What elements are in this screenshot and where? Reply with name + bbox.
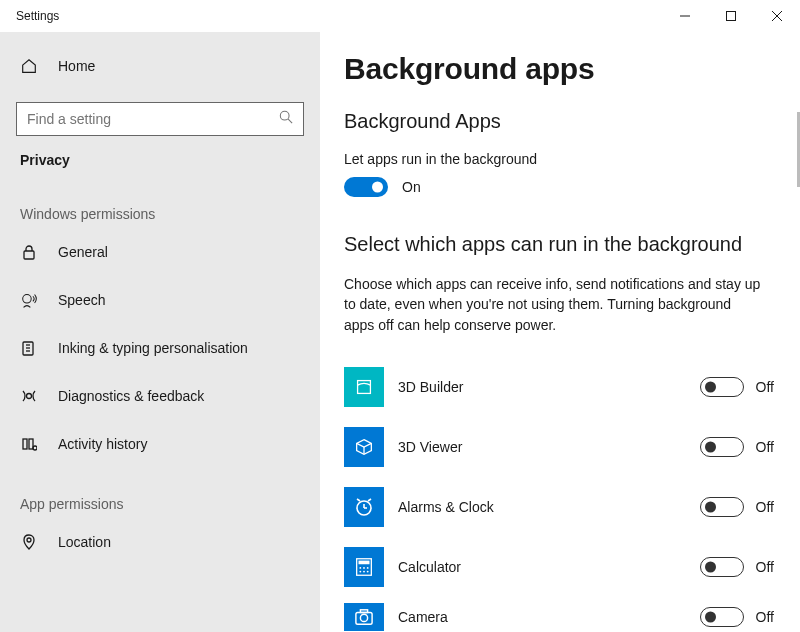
location-icon [20,533,38,551]
search-icon [279,110,293,128]
description-text: Choose which apps can receive info, send… [344,274,764,335]
svg-rect-13 [23,439,27,449]
app-row-3d-viewer: 3D Viewer Off [344,417,776,477]
sidebar-item-label: Location [58,534,111,550]
app-row-camera: Camera Off [344,597,776,632]
sidebar-home[interactable]: Home [0,42,320,90]
sidebar-item-location[interactable]: Location [0,518,320,566]
titlebar: Settings [0,0,800,32]
sidebar-item-inking[interactable]: Inking & typing personalisation [0,324,320,372]
svg-point-30 [367,571,369,573]
master-toggle[interactable] [344,177,388,197]
sidebar-item-general[interactable]: General [0,228,320,276]
app-name: 3D Viewer [398,439,686,455]
svg-point-7 [22,294,31,303]
sidebar-home-label: Home [58,58,95,74]
main-content: Background apps Background Apps Let apps… [320,32,800,632]
svg-point-32 [360,614,367,621]
toggle-3d-viewer[interactable] [700,437,744,457]
svg-rect-1 [727,12,736,21]
app-row-alarms-clock: Alarms & Clock Off [344,477,776,537]
sidebar: Home Privacy Windows permissions General… [0,32,320,632]
svg-rect-33 [360,610,367,613]
subheading-select-apps: Select which apps can run in the backgro… [344,233,776,256]
sidebar-item-label: Diagnostics & feedback [58,388,204,404]
sidebar-category: Privacy [0,152,320,178]
activity-icon [20,435,38,453]
svg-point-26 [363,567,365,569]
lock-icon [20,243,38,261]
app-row-calculator: Calculator Off [344,537,776,597]
toggle-state: Off [756,559,774,575]
group-header-windows-permissions: Windows permissions [0,178,320,228]
app-icon-camera [344,603,384,631]
toggle-3d-builder[interactable] [700,377,744,397]
svg-point-12 [27,394,32,399]
sidebar-item-label: General [58,244,108,260]
search-box[interactable] [16,102,304,136]
search-input[interactable] [27,111,227,127]
toggle-calculator[interactable] [700,557,744,577]
svg-line-21 [357,499,360,501]
svg-rect-24 [359,560,370,564]
svg-rect-6 [24,251,34,259]
svg-point-4 [280,111,289,120]
svg-point-16 [27,538,31,542]
svg-point-29 [363,571,365,573]
app-icon-calculator [344,547,384,587]
speech-icon [20,291,38,309]
minimize-button[interactable] [662,0,708,32]
toggle-state: Off [756,379,774,395]
toggle-alarms-clock[interactable] [700,497,744,517]
sidebar-item-label: Activity history [58,436,147,452]
app-icon-3d-builder [344,367,384,407]
toggle-state: Off [756,439,774,455]
inking-icon [20,339,38,357]
sidebar-item-label: Inking & typing personalisation [58,340,248,356]
svg-line-5 [288,119,292,123]
diagnostics-icon [20,387,38,405]
app-name: Alarms & Clock [398,499,686,515]
toggle-state: Off [756,609,774,625]
app-name: Camera [398,609,686,625]
window-controls [662,0,800,32]
close-button[interactable] [754,0,800,32]
svg-line-22 [368,499,371,501]
toggle-camera[interactable] [700,607,744,627]
svg-point-28 [359,571,361,573]
svg-point-27 [367,567,369,569]
svg-point-15 [33,446,37,450]
sidebar-item-label: Speech [58,292,105,308]
svg-point-25 [359,567,361,569]
window-title: Settings [16,9,59,23]
app-name: 3D Builder [398,379,686,395]
sidebar-item-speech[interactable]: Speech [0,276,320,324]
svg-rect-17 [358,380,371,393]
maximize-button[interactable] [708,0,754,32]
group-header-app-permissions: App permissions [0,468,320,518]
page-title: Background apps [344,52,776,86]
sidebar-item-diagnostics[interactable]: Diagnostics & feedback [0,372,320,420]
app-row-3d-builder: 3D Builder Off [344,357,776,417]
subheading-background-apps: Background Apps [344,110,776,133]
master-toggle-label: Let apps run in the background [344,151,776,167]
toggle-state: Off [756,499,774,515]
master-toggle-state: On [402,179,421,195]
home-icon [20,57,38,75]
app-icon-3d-viewer [344,427,384,467]
sidebar-item-activity[interactable]: Activity history [0,420,320,468]
app-name: Calculator [398,559,686,575]
app-icon-alarms [344,487,384,527]
